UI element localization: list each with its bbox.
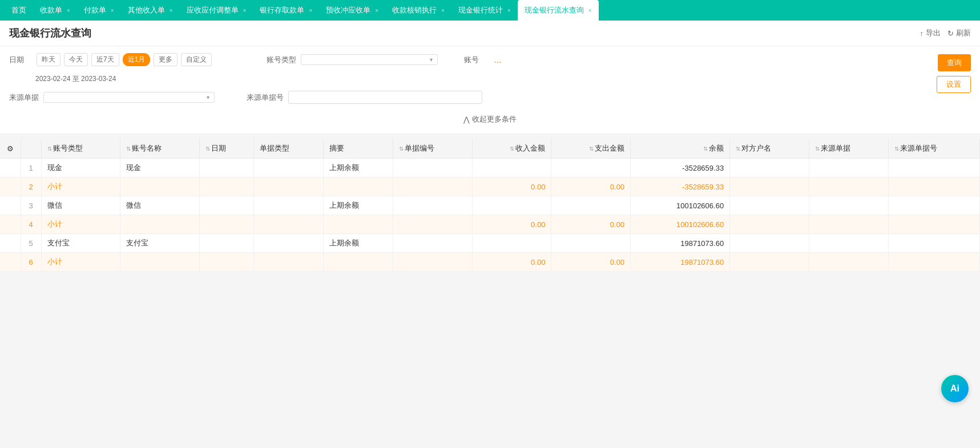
nav-tab-4[interactable]: 银行存取款单 × (253, 0, 319, 21)
source-doc-no-filter-group: 来源单据号 (247, 91, 482, 104)
date-filter-group: 日期 昨天 今天 近7天 近1月 更多 自定义 (9, 53, 212, 66)
filter-row-1: 日期 昨天 今天 近7天 近1月 更多 自定义 账号类型 ▾ (9, 53, 927, 66)
th-date[interactable]: ⇅日期 (199, 139, 253, 159)
th-doc-no[interactable]: ⇅单据编号 (393, 139, 473, 159)
table-body: 1现金现金上期余额-3528659.332小计0.000.00-3528659.… (0, 159, 980, 272)
nav-home[interactable]: 首页 (5, 0, 33, 21)
source-doc-filter-group: 来源单据 ▾ (9, 92, 215, 103)
th-source-doc-no[interactable]: ⇅来源单据号 (888, 139, 979, 159)
th-account-type[interactable]: ⇅账号类型 (41, 139, 120, 159)
table-row: 5支付宝支付宝上期余额19871073.60 (0, 234, 980, 253)
date-range-display: 2023-02-24 至 2023-03-24 (35, 75, 116, 83)
close-tab-1-icon[interactable]: × (111, 7, 114, 14)
date-btn-7days[interactable]: 近7天 (91, 53, 119, 66)
date-btn-today[interactable]: 今天 (64, 53, 88, 66)
refresh-icon: ↻ (947, 29, 954, 38)
close-tab-0-icon[interactable]: × (67, 7, 70, 14)
nav-tab-1[interactable]: 付款单 × (77, 0, 121, 21)
th-expense[interactable]: ⇅支出金额 (551, 139, 631, 159)
nav-tab-6[interactable]: 收款核销执行 × (385, 0, 451, 21)
date-btn-more[interactable]: 更多 (154, 53, 178, 66)
filter-area: 日期 昨天 今天 近7天 近1月 更多 自定义 账号类型 ▾ (0, 46, 980, 134)
table-row: 4小计0.000.00100102606.60 (0, 215, 980, 234)
table-row: 2小计0.000.00-3528659.33 (0, 177, 980, 196)
close-tab-6-icon[interactable]: × (441, 7, 445, 14)
th-doc-type: 单据类型 (254, 139, 324, 159)
close-tab-7-icon[interactable]: × (507, 7, 511, 14)
account-dots-button[interactable]: ... (491, 55, 503, 65)
close-tab-4-icon[interactable]: × (309, 7, 312, 14)
source-doc-dropdown-icon: ▾ (207, 94, 209, 100)
account-label: 账号 (464, 55, 487, 65)
close-tab-2-icon[interactable]: × (170, 7, 173, 14)
th-income[interactable]: ⇅收入金额 (472, 139, 551, 159)
th-source-doc[interactable]: ⇅来源单据 (809, 139, 888, 159)
th-summary: 摘要 (324, 139, 393, 159)
table-header-row: ⚙ ⇅账号类型 ⇅账号名称 ⇅日期 单据类型 摘要 ⇅单据编号 ⇅收入金额 ⇅支… (0, 139, 980, 159)
nav-tab-8[interactable]: 现金银行流水查询 × (518, 0, 599, 21)
data-table: ⚙ ⇅账号类型 ⇅账号名称 ⇅日期 单据类型 摘要 ⇅单据编号 ⇅收入金额 ⇅支… (0, 139, 980, 272)
date-btn-1month[interactable]: 近1月 (123, 53, 151, 66)
account-filter-group: 账号 ... (464, 55, 503, 65)
filter-row-2: 来源单据 ▾ 来源单据号 (9, 91, 927, 104)
nav-tab-2[interactable]: 其他收入单 × (121, 0, 180, 21)
collapse-more-conditions-button[interactable]: ⋀ 收起更多条件 (9, 112, 971, 127)
page-title: 现金银行流水查询 (9, 26, 91, 40)
page-header: 现金银行流水查询 ↑ 导出 ↻ 刷新 (0, 21, 980, 46)
account-type-dropdown-icon: ▾ (430, 56, 433, 63)
data-table-container: ⚙ ⇅账号类型 ⇅账号名称 ⇅日期 单据类型 摘要 ⇅单据编号 ⇅收入金额 ⇅支… (0, 139, 980, 272)
date-shortcuts: 昨天 今天 近7天 近1月 更多 自定义 (37, 53, 212, 66)
header-actions: ↑ 导出 ↻ 刷新 (920, 28, 971, 38)
th-gear[interactable]: ⚙ (0, 139, 21, 159)
table-row: 3微信微信上期余额100102606.60 (0, 196, 980, 215)
date-btn-yesterday[interactable]: 昨天 (37, 53, 61, 66)
settings-button[interactable]: 设置 (937, 76, 971, 93)
th-account-name[interactable]: ⇅账号名称 (120, 139, 200, 159)
query-button[interactable]: 查询 (938, 54, 971, 71)
top-navigation: 首页 收款单 × 付款单 × 其他收入单 × 应收应付调整单 × 银行存取款单 … (0, 0, 980, 21)
export-icon: ↑ (920, 29, 924, 38)
refresh-button[interactable]: ↻ 刷新 (947, 28, 971, 38)
source-doc-no-label: 来源单据号 (247, 92, 284, 103)
source-doc-select[interactable]: ▾ (43, 92, 215, 103)
nav-tab-5[interactable]: 预收冲应收单 × (319, 0, 385, 21)
th-counterparty[interactable]: ⇅对方户名 (730, 139, 809, 159)
account-type-filter-group: 账号类型 ▾ (267, 54, 438, 65)
th-balance[interactable]: ⇅余额 (631, 139, 730, 159)
account-type-label: 账号类型 (267, 55, 296, 65)
source-doc-no-input[interactable] (288, 91, 482, 104)
nav-tab-0[interactable]: 收款单 × (33, 0, 77, 21)
source-doc-label: 来源单据 (9, 92, 39, 103)
th-num (21, 139, 41, 159)
close-tab-8-icon[interactable]: × (588, 7, 592, 14)
nav-tab-3[interactable]: 应收应付调整单 × (180, 0, 253, 21)
collapse-icon: ⋀ (463, 115, 470, 124)
close-tab-3-icon[interactable]: × (243, 7, 247, 14)
table-row: 1现金现金上期余额-3528659.33 (0, 159, 980, 177)
close-tab-5-icon[interactable]: × (375, 7, 378, 14)
table-row: 6小计0.000.0019871073.60 (0, 253, 980, 272)
nav-tab-7[interactable]: 现金银行统计 × (451, 0, 518, 21)
date-label: 日期 (9, 55, 32, 65)
export-button[interactable]: ↑ 导出 (920, 28, 941, 38)
date-btn-custom[interactable]: 自定义 (181, 53, 212, 66)
account-type-select[interactable]: ▾ (301, 54, 438, 65)
